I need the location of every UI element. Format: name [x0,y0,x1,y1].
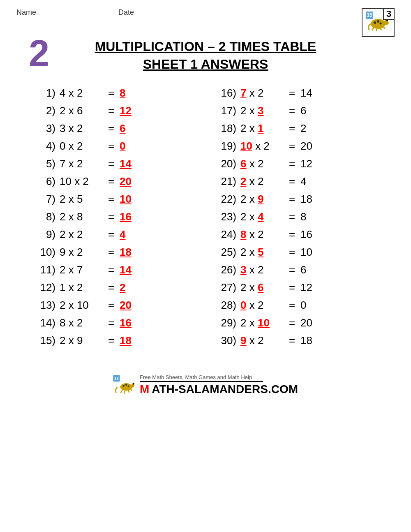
problem-num: 23) [214,210,236,223]
problem-row: 25) 2 x 5 = 10 [214,243,395,261]
header-section: 2 MULTIPLICATION – 2 TIMES TABLE SHEET 1… [16,39,395,72]
problem-answer: 18 [120,334,136,347]
problem-num: 26) [214,264,236,276]
problem-row: 6) 10 x 2 = 20 [33,173,214,190]
svg-point-25 [133,383,134,385]
problem-expr: 1 x 2 [60,281,105,294]
problem-expr: 2 x 2 [60,228,105,241]
problem-num: 22) [214,193,236,206]
problem-num: 6) [33,175,55,188]
problem-answer: 14 [120,264,136,276]
problem-row: 19) 10 x 2 = 20 [214,137,395,155]
date-label: Date [118,8,134,17]
problem-answer: 16 [120,317,136,329]
problem-answer: 2 [120,281,136,294]
problem-answer: 0 [120,140,136,153]
problem-row: 7) 2 x 5 = 10 [33,190,214,208]
problem-expr: 2 x 9 [60,334,105,347]
problem-expr: 2 x 3 [240,104,286,117]
problem-expr: 8 x 2 [60,317,105,329]
left-column: 1) 4 x 2 = 8 2) 2 x 6 = 12 3) 3 x 2 = 6 … [33,84,214,349]
page-wrapper: Name Date 3 [16,8,395,396]
problem-num: 13) [33,299,55,312]
problem-expr: 2 x 7 [60,264,105,276]
name-label: Name [16,8,36,17]
svg-point-3 [374,21,376,24]
problem-row: 22) 2 x 9 = 18 [214,190,395,208]
logo-number: 3 [383,8,395,20]
problem-num: 15) [33,334,55,347]
footer-salamander-icon: 35 [113,375,136,396]
problem-answer: 16 [300,228,317,241]
footer-divider [140,381,263,382]
problem-num: 14) [33,317,55,329]
svg-point-10 [386,20,388,21]
problem-num: 24) [214,228,236,241]
problem-row: 14) 8 x 2 = 16 [33,314,214,332]
problem-row: 10) 9 x 2 = 18 [33,243,214,261]
problem-answer: 20 [300,317,317,329]
problem-expr: 7 x 2 [240,87,286,99]
problem-expr: 9 x 2 [60,246,105,259]
problem-num: 25) [214,246,236,259]
svg-text:35: 35 [114,376,118,380]
problem-row: 17) 2 x 3 = 6 [214,102,395,120]
big-number: 2 [29,35,49,72]
problem-row: 2) 2 x 6 = 12 [33,102,214,120]
problem-num: 19) [214,140,236,153]
problems-grid: 1) 4 x 2 = 8 2) 2 x 6 = 12 3) 3 x 2 = 6 … [33,84,395,349]
problem-expr: 2 x 8 [60,210,105,223]
problem-expr: 2 x 5 [240,246,286,259]
problem-row: 21) 2 x 2 = 4 [214,173,395,190]
problem-num: 4) [33,140,55,153]
problem-expr: 2 x 9 [240,193,286,206]
problem-num: 21) [214,175,236,188]
problem-num: 18) [214,122,236,135]
problem-answer: 6 [120,122,136,135]
problem-expr: 2 x 10 [240,317,286,329]
problem-row: 23) 2 x 4 = 8 [214,208,395,226]
problem-row: 8) 2 x 8 = 16 [33,208,214,226]
problem-expr: 2 x 2 [240,175,286,188]
problem-expr: 3 x 2 [60,122,105,135]
problem-num: 10) [33,246,55,259]
problem-answer: 10 [120,193,136,206]
problem-row: 27) 2 x 6 = 12 [214,279,395,296]
svg-point-5 [380,22,382,24]
footer-text-block: Free Math Sheets, Math Games and Math He… [140,374,298,396]
problem-expr: 2 x 10 [60,299,105,312]
problem-expr: 9 x 2 [240,334,286,347]
sub-title: SHEET 1 ANSWERS [16,57,395,72]
problem-expr: 2 x 6 [240,281,286,294]
problem-answer: 18 [300,193,317,206]
problem-expr: 7 x 2 [60,157,105,170]
problem-row: 13) 2 x 10 = 20 [33,296,214,314]
problem-answer: 8 [300,210,317,223]
problem-row: 29) 2 x 10 = 20 [214,314,395,332]
problem-num: 8) [33,210,55,223]
problem-answer: 12 [300,281,317,294]
problem-answer: 20 [120,175,136,188]
problem-num: 28) [214,299,236,312]
footer-tagline: Free Math Sheets, Math Games and Math He… [140,374,298,380]
problem-num: 1) [33,87,55,99]
problem-answer: 6 [300,104,317,117]
svg-point-4 [377,20,379,23]
problem-num: 29) [214,317,236,329]
problem-expr: 10 x 2 [60,175,105,188]
problem-expr: 2 x 1 [240,122,286,135]
problem-row: 11) 2 x 7 = 14 [33,261,214,279]
svg-point-18 [122,385,125,387]
problem-answer: 4 [300,175,317,188]
problem-row: 26) 3 x 2 = 6 [214,261,395,279]
problem-answer: 14 [300,87,317,99]
name-date-labels: Name Date [16,8,134,17]
problem-row: 16) 7 x 2 = 14 [214,84,395,102]
footer-brand: MATH-SALAMANDERS.COM [140,383,298,396]
problem-num: 3) [33,122,55,135]
problem-num: 12) [33,281,55,294]
problem-answer: 18 [300,334,317,347]
problem-answer: 4 [120,228,136,241]
problem-row: 4) 0 x 2 = 0 [33,137,214,155]
problem-row: 20) 6 x 2 = 12 [214,155,395,173]
